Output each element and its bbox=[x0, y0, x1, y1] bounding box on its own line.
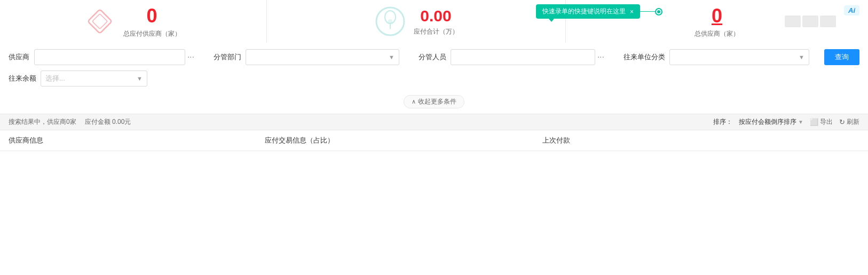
stat-payable-label: 总应付供应商（家） bbox=[123, 29, 181, 38]
stat-suppliers-inner: 0 总供应商（家） bbox=[695, 5, 739, 38]
export-icon: ⬜ bbox=[810, 118, 818, 126]
results-bar: 搜索结果中，供应商0家 应付金额 0.00元 排序： 按应付会额倒序排序 ▼ ⬜… bbox=[0, 114, 868, 130]
stat-total-amount: 0.00 应付合计（万） 快速录单的快捷键说明在这里 × bbox=[267, 0, 566, 43]
stat-payable-suppliers: 0 总应付供应商（家） bbox=[0, 0, 267, 43]
dept-select[interactable]: ▼ bbox=[246, 49, 399, 65]
results-amount: 应付金额 0.00元 bbox=[85, 117, 131, 127]
dept-chevron-icon: ▼ bbox=[389, 54, 394, 60]
balance-placeholder: 选择... bbox=[45, 74, 65, 83]
table-col-transaction: 应付交易信息（占比） bbox=[265, 136, 542, 145]
stat-payable-inner: 0 总应付供应商（家） bbox=[123, 5, 181, 38]
table-header: 供应商信息 应付交易信息（占比） 上次付款 bbox=[0, 130, 868, 151]
export-label: 导出 bbox=[820, 117, 833, 127]
stat-suppliers-label: 总供应商（家） bbox=[695, 29, 739, 38]
collapse-up-icon: ∧ bbox=[412, 98, 416, 105]
refresh-button[interactable]: ↻ 刷新 bbox=[839, 117, 859, 127]
category-select[interactable]: ▼ bbox=[669, 49, 809, 65]
table-col-lastpay: 上次付款 bbox=[542, 136, 859, 145]
tooltip-container: 快速录单的快捷键说明在这里 × bbox=[536, 4, 661, 19]
sort-select[interactable]: 按应付会额倒序排序 ▼ bbox=[739, 117, 803, 127]
search-row-1: 供应商 ··· 分管部门 ▼ 分管人员 ··· 往来单位分类 ▼ bbox=[9, 49, 859, 65]
results-summary: 搜索结果中，供应商0家 应付金额 0.00元 bbox=[9, 117, 131, 127]
stat-total-number: 0.00 bbox=[420, 7, 451, 25]
sort-value: 按应付会额倒序排序 bbox=[739, 117, 796, 127]
svg-point-5 bbox=[388, 19, 392, 23]
coin-icon bbox=[374, 5, 406, 37]
collapse-label: 收起更多条件 bbox=[418, 97, 456, 106]
refresh-icon: ↻ bbox=[839, 118, 845, 126]
dept-field: 分管部门 ▼ bbox=[214, 49, 399, 65]
tooltip-close-icon[interactable]: × bbox=[630, 8, 634, 15]
balance-select[interactable]: 选择... ▼ bbox=[41, 70, 147, 87]
stat-suppliers-number: 0 bbox=[712, 5, 722, 27]
diamond-icon bbox=[86, 7, 114, 35]
tooltip-arrow bbox=[549, 19, 554, 22]
tooltip-line bbox=[640, 11, 656, 12]
balance-field: 往来余额 选择... ▼ bbox=[9, 70, 190, 87]
person-field: 分管人员 ··· bbox=[419, 49, 604, 65]
supplier-label: 供应商 bbox=[9, 52, 30, 62]
person-input[interactable] bbox=[451, 49, 595, 65]
query-button[interactable]: 查询 bbox=[824, 49, 859, 65]
supplier-field: 供应商 ··· bbox=[9, 49, 194, 65]
svg-rect-1 bbox=[92, 14, 107, 29]
supplier-input[interactable] bbox=[34, 49, 185, 65]
dept-label: 分管部门 bbox=[214, 52, 241, 62]
export-button[interactable]: ⬜ 导出 bbox=[810, 117, 833, 127]
tooltip-text: 快速录单的快捷键说明在这里 bbox=[542, 7, 626, 16]
supplier-dots[interactable]: ··· bbox=[187, 52, 194, 62]
balance-label: 往来余额 bbox=[9, 74, 36, 83]
sort-chevron-icon: ▼ bbox=[798, 119, 803, 125]
sort-label: 排序： bbox=[713, 117, 732, 127]
collapse-button[interactable]: ∧ 收起更多条件 bbox=[404, 95, 464, 108]
category-label: 往来单位分类 bbox=[624, 52, 665, 62]
results-actions: 排序： 按应付会额倒序排序 ▼ ⬜ 导出 ↻ 刷新 bbox=[713, 117, 859, 127]
stat-total-inner: 0.00 应付合计（万） bbox=[414, 7, 459, 36]
stat-total-label: 应付合计（万） bbox=[414, 27, 459, 36]
ai-badge[interactable]: Ai bbox=[844, 5, 859, 15]
category-chevron-icon: ▼ bbox=[799, 54, 804, 60]
stats-bar: 0 总应付供应商（家） 0.00 应付合计（万） 快速录单的快捷键说明在这里 × bbox=[0, 0, 868, 43]
results-suppliers: 搜索结果中，供应商0家 bbox=[9, 117, 76, 127]
person-dots[interactable]: ··· bbox=[597, 52, 604, 62]
refresh-label: 刷新 bbox=[847, 117, 859, 127]
tooltip-dot bbox=[656, 9, 661, 14]
table-col-supplier: 供应商信息 bbox=[9, 136, 265, 145]
svg-rect-0 bbox=[88, 9, 112, 33]
collapse-bar: ∧ 收起更多条件 bbox=[9, 92, 859, 114]
table-body bbox=[0, 151, 868, 275]
stat-payable-number: 0 bbox=[146, 5, 157, 27]
bg-cards bbox=[785, 15, 836, 27]
balance-chevron-icon: ▼ bbox=[137, 75, 143, 82]
search-row-2: 往来余额 选择... ▼ bbox=[9, 70, 859, 87]
person-label: 分管人员 bbox=[419, 52, 446, 62]
search-area: 供应商 ··· 分管部门 ▼ 分管人员 ··· 往来单位分类 ▼ bbox=[0, 43, 868, 114]
tooltip-bubble: 快速录单的快捷键说明在这里 × bbox=[536, 4, 640, 19]
category-field: 往来单位分类 ▼ bbox=[624, 49, 809, 65]
